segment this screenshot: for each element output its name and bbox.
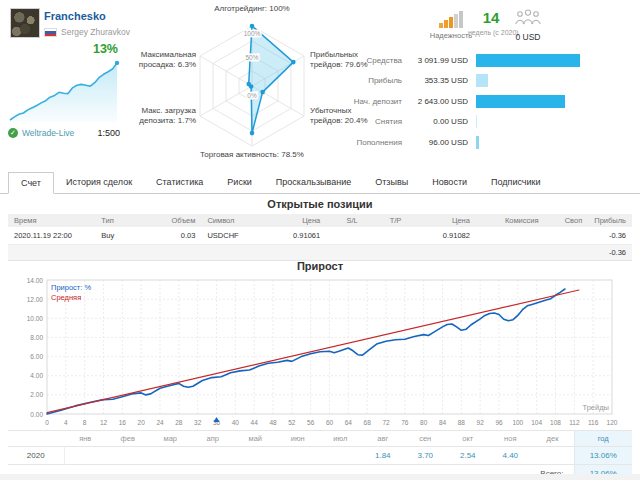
open-positions-table: ВремяТипОбъемСимволЦенаS/LT/PЦенаКомисси… [8, 214, 632, 261]
stat-label: Средства [342, 56, 402, 65]
stat-label: Снятия [342, 117, 402, 126]
svg-text:2.00: 2.00 [30, 391, 43, 398]
stat-row: Средства3 091.99 USD [342, 50, 634, 71]
svg-text:112: 112 [569, 419, 580, 426]
svg-text:100%: 100% [244, 30, 261, 37]
month-header: мар [149, 431, 192, 447]
price-block: 0 USD [506, 8, 550, 42]
svg-text:52: 52 [288, 419, 296, 426]
stat-row: Пополнения96.00 USD [342, 132, 634, 153]
tab-1[interactable]: История сделок [54, 172, 144, 193]
month-header: сен [404, 431, 447, 447]
col-header: Своп [545, 214, 589, 227]
radar-axis-label: Макс. загрузкадепозита: 1.7% [112, 106, 196, 126]
col-header: Прибыль [588, 214, 632, 227]
svg-text:80: 80 [420, 419, 428, 426]
subscribers-icon [514, 8, 542, 26]
year-growth-row: 20201.843.702.544.4013.06% [8, 447, 632, 465]
svg-text:0%: 0% [247, 92, 257, 99]
broker-link[interactable]: Weltrade-Live [22, 128, 97, 138]
svg-text:16: 16 [119, 419, 127, 426]
svg-text:44: 44 [251, 419, 259, 426]
monthly-growth-table: янвфевмарапрмайиюниюлавгсеноктноядекгод2… [8, 430, 632, 480]
svg-text:20: 20 [138, 419, 146, 426]
radar-chart: 100%50%0% [150, 2, 362, 168]
svg-text:0: 0 [45, 419, 49, 426]
svg-text:32: 32 [194, 419, 202, 426]
stat-value: 3 091.99 USD [406, 56, 468, 65]
author-link[interactable]: Sergey Zhuravkov [61, 27, 130, 37]
tab-7[interactable]: Подписчики [479, 172, 553, 193]
svg-text:72: 72 [382, 419, 390, 426]
svg-text:40: 40 [232, 419, 240, 426]
account-stats: Средства3 091.99 USDПрибыль353.35 USDНач… [342, 50, 634, 153]
tab-6[interactable]: Новости [420, 172, 479, 193]
growth-sparkline-chart [8, 56, 120, 124]
svg-text:12.00: 12.00 [27, 296, 44, 303]
svg-text:88: 88 [458, 419, 466, 426]
month-header: окт [447, 431, 490, 447]
col-header: Объем [152, 214, 202, 227]
svg-text:4.00: 4.00 [30, 372, 43, 379]
month-header: июл [319, 431, 362, 447]
stat-row: Снятия0.00 USD [342, 112, 634, 133]
legend-growth-series: Прирост: % [51, 284, 91, 292]
leverage-label: 1:500 [97, 128, 120, 138]
svg-text:96: 96 [495, 419, 503, 426]
signal-name-link[interactable]: Franchesko [44, 10, 106, 22]
stat-row: Прибыль353.35 USD [342, 71, 634, 92]
svg-text:8: 8 [83, 419, 87, 426]
stat-value: 96.00 USD [406, 138, 468, 147]
month-header: ноя [489, 431, 532, 447]
svg-text:Трейды: Трейды [583, 403, 609, 412]
svg-text:24: 24 [156, 419, 164, 426]
tab-2[interactable]: Статистика [144, 172, 215, 193]
svg-text:48: 48 [269, 419, 277, 426]
tab-3[interactable]: Риски [215, 172, 264, 193]
stat-label: Прибыль [342, 76, 402, 85]
signal-page: Franchesko Sergey Zhuravkov 13% ✓ Weltra… [0, 0, 640, 480]
stat-bar-track [476, 136, 634, 149]
radar-axis-label: Алготрейдинг: 100% [162, 4, 342, 14]
tab-account[interactable]: Счет [8, 172, 54, 194]
svg-text:56: 56 [307, 419, 315, 426]
avatar[interactable] [10, 8, 40, 38]
positions-total-row: -0.36 [8, 245, 632, 261]
stat-bar [476, 115, 477, 128]
month-header: май [234, 431, 277, 447]
month-header: дек [532, 431, 575, 447]
legend-trend-series: Средняя [51, 294, 81, 302]
verified-check-icon: ✓ [8, 128, 18, 138]
stat-label: Пополнения [342, 138, 402, 147]
col-header: Цена [407, 214, 476, 227]
price-label: 0 USD [506, 32, 550, 42]
svg-text:116: 116 [588, 419, 599, 426]
col-header: T/P [364, 214, 408, 227]
open-positions-title: Открытые позиции [0, 198, 640, 210]
svg-text:76: 76 [401, 419, 409, 426]
tab-4[interactable]: Проскальзывание [264, 172, 363, 193]
svg-text:100: 100 [512, 419, 523, 426]
growth-chart-title: Прирост [0, 260, 640, 272]
growth-chart: 0481216202428323640444852566064687276808… [0, 272, 640, 432]
radar-axis-label: Торговая активность: 78.5% [162, 150, 342, 160]
svg-text:108: 108 [550, 419, 561, 426]
col-header: Тип [95, 214, 151, 227]
month-header: апр [192, 431, 235, 447]
month-header: июн [277, 431, 320, 447]
tab-5[interactable]: Отзывы [363, 172, 420, 193]
col-header: Комиссия [476, 214, 545, 227]
tab-bar: СчетИстория сделокСтатистикаРискиПроскал… [0, 172, 640, 194]
month-header: фев [107, 431, 150, 447]
stat-value: 353.35 USD [406, 76, 468, 85]
stat-row: Нач. депозит2 643.00 USD [342, 91, 634, 112]
col-header: S/L [326, 214, 363, 227]
col-header: Цена [264, 214, 326, 227]
stat-label: Нач. депозит [342, 97, 402, 106]
svg-text:50%: 50% [245, 54, 258, 61]
col-header: Время [8, 214, 95, 227]
month-header: авг [362, 431, 405, 447]
svg-text:68: 68 [364, 419, 372, 426]
stat-bar [476, 95, 565, 108]
stat-bar [476, 54, 580, 67]
